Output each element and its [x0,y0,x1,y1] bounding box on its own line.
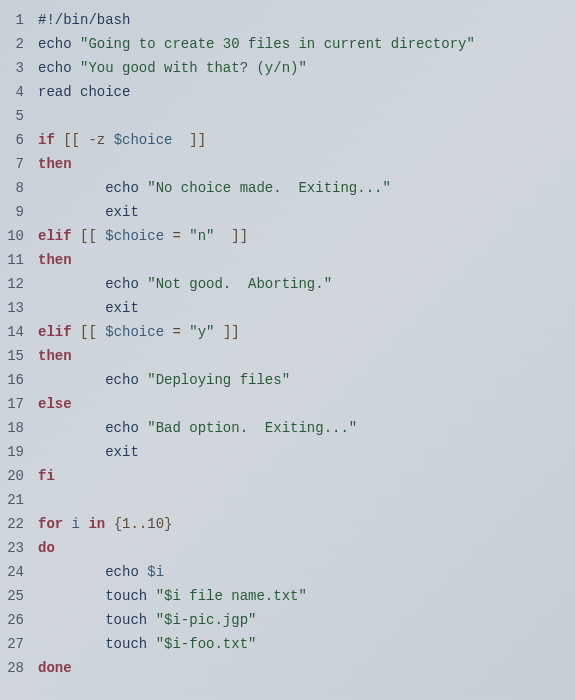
code-content: echo "Going to create 30 files in curren… [38,32,475,56]
line-number: 21 [0,488,38,512]
token-cmd: exit [105,444,139,460]
code-content: if [[ -z $choice ]] [38,128,206,152]
code-line: 21 [0,488,575,512]
code-line: 7then [0,152,575,176]
line-number: 25 [0,584,38,608]
token-plain [38,636,105,652]
line-number: 5 [0,104,38,128]
code-line: 14elif [[ $choice = "y" ]] [0,320,575,344]
code-content: exit [38,296,139,320]
token-var: $choice [114,132,173,148]
code-content: echo "Not good. Aborting." [38,272,332,296]
token-cmd: echo [105,276,147,292]
token-str: "$i file name.txt" [156,588,307,604]
line-number: 20 [0,464,38,488]
code-content: echo "Bad option. Exiting..." [38,416,357,440]
line-number: 6 [0,128,38,152]
token-plain [38,444,105,460]
code-line: 9 exit [0,200,575,224]
code-line: 22for i in {1..10} [0,512,575,536]
code-line: 13 exit [0,296,575,320]
token-op: ]] [214,324,239,340]
token-op: [[ [63,132,88,148]
token-kw: elif [38,228,80,244]
token-kw: elif [38,324,80,340]
line-number: 16 [0,368,38,392]
code-content: elif [[ $choice = "y" ]] [38,320,240,344]
code-content: do [38,536,55,560]
token-plain [38,276,105,292]
token-plain [38,420,105,436]
code-content: then [38,152,72,176]
token-cmd: echo [38,36,80,52]
line-number: 10 [0,224,38,248]
token-op: = [164,324,189,340]
token-cmd: touch [105,588,155,604]
code-content: elif [[ $choice = "n" ]] [38,224,248,248]
code-line: 5 [0,104,575,128]
code-content: exit [38,200,139,224]
token-str: "Going to create 30 files in current dir… [80,36,475,52]
token-cmd: echo [105,564,147,580]
code-line: 12 echo "Not good. Aborting." [0,272,575,296]
token-cmd: exit [105,204,139,220]
code-line: 23do [0,536,575,560]
line-number: 23 [0,536,38,560]
token-op: [[ [80,324,105,340]
code-content: else [38,392,72,416]
code-line: 25 touch "$i file name.txt" [0,584,575,608]
token-cmd: echo [38,60,80,76]
code-content: echo "No choice made. Exiting..." [38,176,391,200]
code-line: 3echo "You good with that? (y/n)" [0,56,575,80]
token-kw: then [38,348,72,364]
line-number: 12 [0,272,38,296]
code-content: #!/bin/bash [38,8,130,32]
token-cmd: echo [105,180,147,196]
token-cmd: read choice [38,84,130,100]
token-var: $choice [105,228,164,244]
line-number: 4 [0,80,38,104]
code-content: echo "You good with that? (y/n)" [38,56,307,80]
token-var: i [72,516,80,532]
line-number: 18 [0,416,38,440]
line-number: 8 [0,176,38,200]
token-kw: fi [38,468,55,484]
token-cmd: echo [105,420,147,436]
code-editor: 1#!/bin/bash2echo "Going to create 30 fi… [0,0,575,688]
line-number: 19 [0,440,38,464]
token-str: "$i-pic.jgp" [156,612,257,628]
code-content: touch "$i file name.txt" [38,584,307,608]
code-line: 2echo "Going to create 30 files in curre… [0,32,575,56]
token-plain [38,300,105,316]
token-op: [[ [80,228,105,244]
code-content: touch "$i-foo.txt" [38,632,256,656]
code-line: 28done [0,656,575,680]
token-op: ]] [214,228,248,244]
token-str: "No choice made. Exiting..." [147,180,391,196]
token-op: = [164,228,189,244]
code-content: fi [38,464,55,488]
token-kw: then [38,252,72,268]
token-plain [38,612,105,628]
token-cmd: echo [105,372,147,388]
code-line: 24 echo $i [0,560,575,584]
code-line: 20fi [0,464,575,488]
code-line: 1#!/bin/bash [0,8,575,32]
code-content: for i in {1..10} [38,512,172,536]
token-str: "Bad option. Exiting..." [147,420,357,436]
code-line: 6if [[ -z $choice ]] [0,128,575,152]
code-line: 4read choice [0,80,575,104]
token-str: "Deploying files" [147,372,290,388]
token-kw: in [80,516,114,532]
line-number: 9 [0,200,38,224]
token-kw: if [38,132,63,148]
line-number: 28 [0,656,38,680]
token-plain [38,372,105,388]
line-number: 1 [0,8,38,32]
token-op: -z [88,132,113,148]
code-line: 16 echo "Deploying files" [0,368,575,392]
token-kw: then [38,156,72,172]
code-line: 10elif [[ $choice = "n" ]] [0,224,575,248]
token-plain [38,588,105,604]
code-line: 17else [0,392,575,416]
